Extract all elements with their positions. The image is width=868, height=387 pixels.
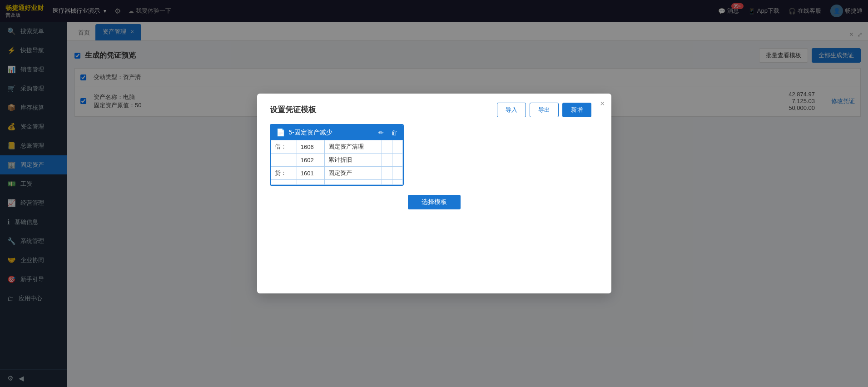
new-template-button[interactable]: 新增 — [562, 103, 591, 117]
debit-label: 借： — [271, 140, 297, 154]
amount-cell-5 — [382, 167, 392, 180]
empty-cell-1 — [271, 180, 297, 185]
main-area: 🔍 搜索菜单 ⚡ 快捷导航 📊 销售管理 🛒 采购管理 📦 库存核算 💰 — [0, 22, 868, 387]
template-row-2: 1602 累计折旧 — [271, 154, 402, 167]
empty-cell-3 — [324, 180, 382, 185]
amount-cell-6 — [392, 167, 402, 180]
template-edit-icon[interactable]: ✏ — [378, 129, 384, 136]
empty-cell-2 — [297, 180, 324, 185]
account-name-1: 固定资产清理 — [324, 140, 382, 154]
template-file-icon: 📄 — [276, 128, 285, 137]
template-row-3: 贷： 1601 固定资产 — [271, 167, 402, 180]
template-card-header: 📄 5-固定资产减少 ✏ 🗑 — [271, 125, 403, 140]
account-code-3: 1601 — [297, 167, 324, 180]
account-code-2: 1602 — [297, 154, 324, 167]
empty-cell-5 — [392, 180, 402, 185]
empty-cell-4 — [382, 180, 392, 185]
template-delete-icon[interactable]: 🗑 — [391, 129, 397, 136]
amount-cell-3 — [382, 154, 392, 167]
account-name-2: 累计折旧 — [324, 154, 382, 167]
amount-cell-1 — [382, 140, 392, 154]
template-row-4 — [271, 180, 402, 185]
account-name-3: 固定资产 — [324, 167, 382, 180]
amount-cell-4 — [392, 154, 402, 167]
modal-action-buttons: 导入 导出 新增 — [497, 103, 591, 117]
account-code-1: 1606 — [297, 140, 324, 154]
template-header-label: 5-固定资产减少 — [289, 129, 332, 137]
content-area: 首页 资产管理 × × ⤢ 生成的凭证预览 批量查看模板 — [67, 22, 868, 387]
import-button[interactable]: 导入 — [497, 103, 526, 117]
debit-label-2 — [271, 154, 297, 167]
template-entries-table: 借： 1606 固定资产清理 1602 — [271, 140, 403, 185]
choose-template-button[interactable]: 选择模板 — [408, 195, 461, 209]
credit-label: 贷： — [271, 167, 297, 180]
modal-overlay: 设置凭证模板 导入 导出 新增 × 📄 5-固定资产减少 — [67, 41, 868, 387]
template-card: 📄 5-固定资产减少 ✏ 🗑 借： 1606 — [270, 124, 404, 186]
modal-close-button[interactable]: × — [600, 99, 605, 109]
content-main: 生成的凭证预览 批量查看模板 全部生成凭证 变动类型：资产清 — [67, 41, 868, 387]
export-button[interactable]: 导出 — [530, 103, 559, 117]
template-row-1: 借： 1606 固定资产清理 — [271, 140, 402, 154]
amount-cell-2 — [392, 140, 402, 154]
voucher-template-modal: 设置凭证模板 导入 导出 新增 × 📄 5-固定资产减少 — [257, 94, 611, 293]
